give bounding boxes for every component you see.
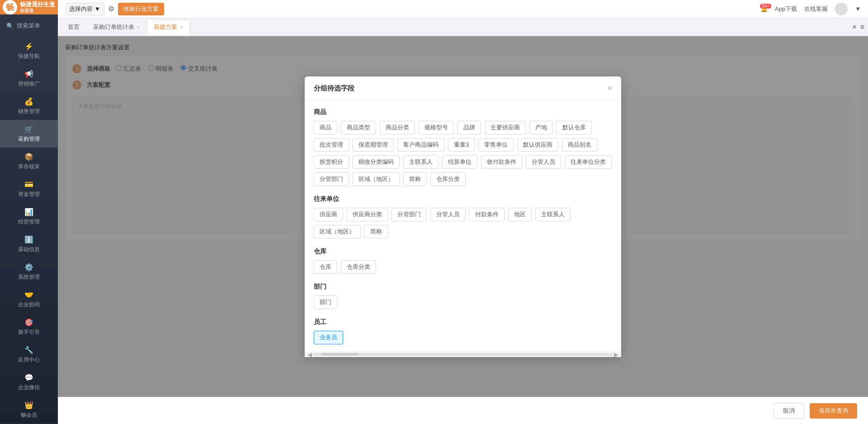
field-tag-product-default-supplier[interactable]: 默认供应商	[517, 138, 558, 152]
field-tag-product-payment-terms[interactable]: 收付款条件	[481, 155, 522, 169]
field-group-department-title: 部门	[314, 283, 612, 291]
topbar-right: 🔔 99+ App下载 在线客服 ▼	[760, 3, 861, 15]
field-tag-product-settlement-unit[interactable]: 结算单位	[442, 155, 477, 169]
sidebar-item-newbie[interactable]: 🎯 新手引导	[0, 313, 58, 341]
tab-new-plan-label: 新建方案	[154, 23, 177, 31]
notification-badge[interactable]: 🔔 99+	[760, 5, 768, 12]
field-tag-product-expiry[interactable]: 保质期管理	[353, 138, 394, 152]
sidebar-logo: 畅 畅捷通好生意 标普通	[0, 0, 58, 14]
dropdown-icon: ▼	[855, 5, 861, 12]
tabbar-actions: × ≡	[852, 23, 864, 31]
marketing-icon: 📢	[24, 69, 33, 78]
online-service-link[interactable]: 在线客服	[804, 5, 828, 13]
tab-home[interactable]: 首页	[61, 19, 86, 35]
field-group-counterpart: 往来单位 供应商 供应商分类 分管部门 分管人员 付款条件 地区 主联系人 区域…	[314, 195, 612, 238]
app-layout: 畅 畅捷通好生意 标普通 🔍 搜索菜单 ⚡ 快捷导航 📢 营销推广 💰	[0, 0, 868, 424]
tab-new-plan-close[interactable]: ×	[180, 24, 183, 30]
hscroll-thumb[interactable]	[322, 353, 358, 356]
workspace-selector[interactable]: 选择内容 ▼	[65, 3, 104, 15]
field-tag-product-product[interactable]: 商品	[314, 121, 337, 134]
field-tag-warehouse-category[interactable]: 仓库分类	[341, 260, 376, 274]
sidebar-item-marketing[interactable]: 📢 营销推广	[0, 65, 58, 92]
topbar-gear-button[interactable]: ⚙	[108, 5, 114, 13]
sidebar-item-purchase[interactable]: 🛒 采购管理	[0, 120, 58, 148]
field-group-product-title: 商品	[314, 108, 612, 116]
sidebar-item-wechat[interactable]: 💬 企业微信	[0, 368, 58, 396]
field-tag-counterpart-manager[interactable]: 分管人员	[430, 208, 466, 221]
tab-purchase-stats-label: 采购订单统计表	[93, 23, 134, 31]
trial-btn[interactable]: 体验行业方案	[118, 3, 164, 15]
tabbar-close-all-button[interactable]: ×	[852, 23, 856, 31]
sidebar-item-enterprise[interactable]: 🤝 企业协同	[0, 286, 58, 313]
field-tag-counterpart-region2[interactable]: 区域（地区）	[314, 225, 361, 238]
sidebar-item-operations[interactable]: 📊 经营管理	[0, 203, 58, 230]
field-tag-product-alias[interactable]: 商品别名	[562, 138, 597, 152]
tab-purchase-stats-close[interactable]: ×	[137, 24, 140, 30]
cancel-button[interactable]: 取消	[774, 403, 804, 419]
field-tag-counterpart-dept[interactable]: 分管部门	[392, 208, 427, 221]
app-download-link[interactable]: App下载	[775, 5, 797, 13]
employee-field-tags: 业务员	[314, 331, 612, 344]
field-tag-product-type[interactable]: 商品类型	[341, 121, 376, 134]
sidebar-item-basic-info[interactable]: ℹ️ 基础信息	[0, 230, 58, 258]
field-tag-product-manager[interactable]: 分管人员	[526, 155, 561, 169]
field-tag-counterpart-abbr[interactable]: 简称	[364, 225, 388, 238]
field-tag-product-counterpart-category[interactable]: 往来单位分类	[565, 155, 612, 169]
field-tag-product-category[interactable]: 商品分类	[380, 121, 415, 134]
field-tag-product-main-supplier[interactable]: 主要供应商	[485, 121, 526, 134]
bottom-bar: 取消 保存并查询	[58, 397, 868, 424]
system-icon: ⚙️	[24, 262, 33, 272]
field-tag-product-batch[interactable]: 批次管理	[314, 138, 349, 152]
search-menu-button[interactable]: 🔍 搜索菜单	[4, 19, 54, 33]
field-tag-counterpart-region[interactable]: 地区	[508, 208, 532, 221]
hscroll-track	[313, 353, 613, 356]
hscroll-left-btn[interactable]: ◀	[307, 351, 313, 358]
field-tag-counterpart-main-contact[interactable]: 主联系人	[535, 208, 571, 221]
field-group-product: 商品 商品 商品类型 商品分类 规格型号 品牌 主要供应商 产地 默认仓库 批次…	[314, 108, 612, 186]
field-tag-warehouse[interactable]: 仓库	[314, 260, 337, 274]
tab-purchase-stats[interactable]: 采购订单统计表 ×	[87, 19, 146, 35]
sidebar-item-finance[interactable]: 💳 资金管理	[0, 175, 58, 203]
field-tag-department[interactable]: 部门	[314, 295, 337, 309]
field-tag-product-weight[interactable]: 重量3	[448, 138, 475, 152]
modal-close-button[interactable]: ×	[607, 84, 612, 93]
user-avatar[interactable]	[835, 3, 848, 15]
field-tag-product-abbr[interactable]: 简称	[403, 172, 427, 186]
finance-icon: 💳	[24, 180, 33, 189]
topbar-left: 选择内容 ▼ ⚙ 体验行业方案	[65, 3, 164, 15]
sidebar-item-system[interactable]: ⚙️ 系统管理	[0, 258, 58, 286]
field-select-modal: 分组待选字段 × 商品 商品 商品类型 商品分类 规格型号	[305, 76, 621, 357]
field-tag-product-warehouse-category[interactable]: 仓库分类	[430, 172, 466, 186]
modal-body[interactable]: 商品 商品 商品类型 商品分类 规格型号 品牌 主要供应商 产地 默认仓库 批次…	[305, 101, 621, 352]
field-group-warehouse: 仓库 仓库 仓库分类	[314, 248, 612, 274]
field-tag-salesperson[interactable]: 业务员	[314, 331, 343, 344]
sidebar-item-quick-nav[interactable]: ⚡ 快捷导航	[0, 37, 58, 65]
field-tag-product-origin[interactable]: 产地	[529, 121, 553, 134]
sidebar-item-app-center[interactable]: 🔧 应用中心	[0, 341, 58, 368]
field-tag-product-split-points[interactable]: 拆货积分	[314, 155, 349, 169]
field-tag-product-tax-code[interactable]: 税收分类编码	[353, 155, 400, 169]
field-tag-product-default-warehouse[interactable]: 默认仓库	[557, 121, 592, 134]
field-tag-product-spec[interactable]: 规格型号	[419, 121, 454, 134]
field-tag-supplier-category[interactable]: 供应商分类	[347, 208, 388, 221]
search-icon: 🔍	[6, 23, 14, 29]
sidebar-search-area: 🔍 搜索菜单	[0, 14, 58, 37]
field-tag-product-dept[interactable]: 分管部门	[314, 172, 349, 186]
operations-icon: 📊	[24, 207, 33, 216]
tabbar-menu-button[interactable]: ≡	[860, 23, 864, 31]
field-tag-product-main-contact[interactable]: 主联系人	[403, 155, 439, 169]
sidebar-item-member[interactable]: 👑 畅会员	[0, 396, 58, 424]
sidebar-item-inventory[interactable]: 📦 库存核算	[0, 148, 58, 175]
save-button[interactable]: 保存并查询	[810, 403, 857, 419]
lightning-icon: ⚡	[24, 42, 33, 51]
tab-new-plan[interactable]: 新建方案 ×	[147, 19, 189, 35]
sidebar-item-sales[interactable]: 💰 销售管理	[0, 92, 58, 120]
field-tag-product-brand[interactable]: 品牌	[458, 121, 481, 134]
hscroll-right-btn[interactable]: ▶	[613, 351, 619, 358]
field-tag-product-retail-unit[interactable]: 零售单位	[478, 138, 514, 152]
field-tag-product-customer-code[interactable]: 客户商品编码	[397, 138, 444, 152]
modal-hscrollbar[interactable]: ◀ ▶	[305, 352, 621, 357]
field-tag-counterpart-payment[interactable]: 付款条件	[469, 208, 505, 221]
field-tag-supplier[interactable]: 供应商	[314, 208, 343, 221]
field-tag-product-region[interactable]: 区域（地区）	[353, 172, 400, 186]
